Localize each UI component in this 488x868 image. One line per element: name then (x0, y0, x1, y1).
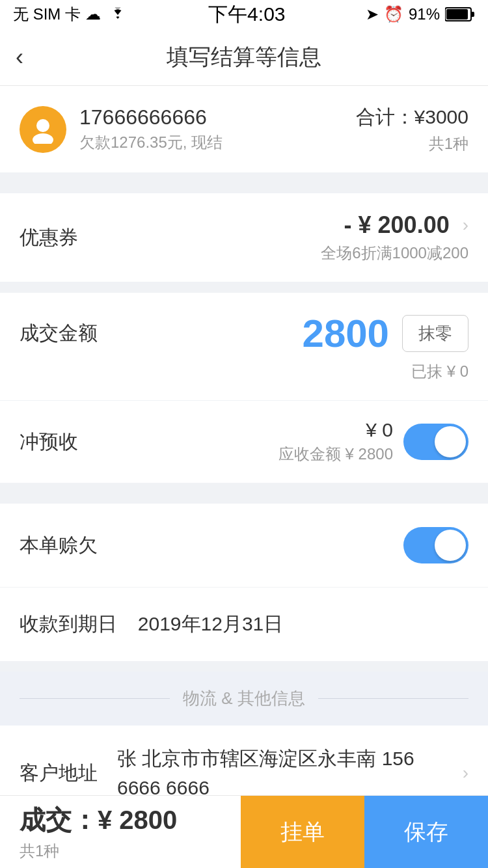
logistics-divider: 物流 & 其他信息 (0, 671, 488, 726)
status-left: 无 SIM 卡 ☁ (13, 4, 128, 25)
avatar-icon (29, 115, 57, 144)
prepay-right: ¥ 0 应收金额 ¥ 2800 (278, 419, 468, 465)
total-price: 合计：¥3000 (356, 104, 468, 131)
bottom-deal-label: 成交： (20, 806, 98, 834)
deal-right: 2800 抹零 (303, 311, 468, 356)
customer-card: 17666666666 欠款1276.35元, 现结 合计：¥3000 共1种 (0, 86, 488, 172)
due-date-value: 2019年12月31日 (138, 613, 283, 634)
discount-chevron: › (463, 215, 468, 236)
divider-line-left (20, 698, 170, 699)
deal-sub: 已抹 ¥ 0 (20, 361, 468, 382)
save-button[interactable]: 保存 (364, 796, 488, 869)
prepay-sub: 应收金额 ¥ 2800 (278, 444, 393, 465)
prepay-amount: ¥ 0 (278, 419, 393, 441)
bottom-summary: 成交：¥ 2800 共1种 (0, 802, 241, 861)
section-divider-1 (0, 183, 488, 193)
battery-icon (445, 7, 475, 22)
due-date-label: 收款到期日 (20, 613, 117, 634)
alarm-icon: ⏰ (384, 5, 403, 23)
customer-phone: 17666666666 (79, 105, 223, 129)
discount-row[interactable]: 优惠券 - ¥ 200.00 › 全场6折满1000减200 (0, 193, 488, 282)
deal-amount: 2800 (303, 311, 389, 356)
bottom-count: 共1种 (20, 841, 221, 861)
discount-sub: 全场6折满1000减200 (321, 243, 468, 264)
bottom-deal: 成交：¥ 2800 (20, 802, 221, 838)
debit-section: 本单赊欠 (0, 504, 488, 587)
address-label: 客户地址 (20, 760, 98, 787)
deal-label: 成交金额 (20, 320, 98, 347)
location-icon: ➤ (366, 5, 379, 23)
svg-point-4 (33, 133, 53, 144)
debit-label: 本单赊欠 (20, 532, 98, 559)
prepay-section: 冲预收 ¥ 0 应收金额 ¥ 2800 (0, 401, 488, 483)
sim-status: 无 SIM 卡 ☁ (13, 4, 101, 25)
round-button[interactable]: 抹零 (402, 315, 468, 352)
total-value: ¥3000 (414, 106, 468, 128)
bottom-bar: 成交：¥ 2800 共1种 挂单 保存 (0, 795, 488, 868)
section-divider-2 (0, 282, 488, 293)
status-time: 下午4:03 (208, 1, 285, 28)
status-bar: 无 SIM 卡 ☁ 下午4:03 ➤ ⏰ 91% (0, 0, 488, 29)
deal-section: 成交金额 2800 抹零 已抹 ¥ 0 (0, 293, 488, 401)
total-label: 合计： (356, 106, 414, 128)
svg-rect-2 (446, 9, 468, 20)
svg-rect-1 (471, 12, 474, 17)
battery-text: 91% (409, 5, 440, 23)
pending-button[interactable]: 挂单 (241, 796, 364, 869)
discount-value: - ¥ 200.00 (344, 211, 450, 239)
section-divider-3 (0, 483, 488, 493)
total-count: 共1种 (356, 133, 468, 154)
bottom-deal-amount: ¥ 2800 (98, 806, 177, 834)
prepay-toggle[interactable] (403, 424, 468, 460)
address-value: 张 北京市市辖区海淀区永丰南 156 6666 6666 (117, 744, 455, 802)
debit-toggle[interactable] (403, 527, 468, 563)
discount-label: 优惠券 (20, 224, 78, 251)
status-right: ➤ ⏰ 91% (366, 5, 475, 23)
page-title: 填写结算等信息 (167, 42, 321, 72)
back-button[interactable]: ‹ (16, 44, 23, 71)
wifi-icon (107, 7, 128, 21)
svg-point-3 (36, 119, 49, 132)
prepay-info: ¥ 0 应收金额 ¥ 2800 (278, 419, 393, 465)
due-date-section: 收款到期日 2019年12月31日 (0, 587, 488, 661)
deal-row: 成交金额 2800 抹零 (20, 311, 468, 356)
logistics-label: 物流 & 其他信息 (183, 687, 305, 710)
discount-right: - ¥ 200.00 › 全场6折满1000减200 (321, 211, 468, 264)
divider-line-right (318, 698, 468, 699)
avatar (20, 106, 66, 153)
prepay-label: 冲预收 (20, 429, 78, 455)
customer-info: 17666666666 欠款1276.35元, 现结 (79, 105, 223, 153)
customer-total: 合计：¥3000 共1种 (356, 104, 468, 154)
address-chevron: › (463, 763, 468, 783)
customer-sub: 欠款1276.35元, 现结 (79, 132, 223, 153)
nav-bar: ‹ 填写结算等信息 (0, 29, 488, 86)
content: 17666666666 欠款1276.35元, 现结 合计：¥3000 共1种 … (0, 86, 488, 868)
customer-left: 17666666666 欠款1276.35元, 现结 (20, 105, 223, 153)
